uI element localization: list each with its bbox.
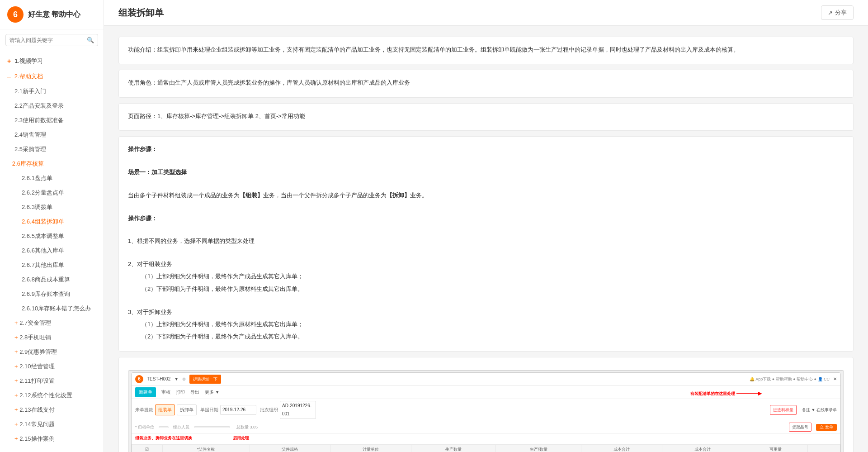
btn-confirm[interactable]: 立 发单 <box>816 424 837 431</box>
th-action <box>808 445 840 452</box>
menu-item-2[interactable]: 打印 <box>176 388 185 396</box>
app-nav1: ⚙ <box>182 376 186 383</box>
field-red-box[interactable]: 货架品号 <box>789 423 811 432</box>
sidebar-item-capital[interactable]: + 2.7资金管理 <box>0 316 104 330</box>
menu-item-3[interactable]: 导出 <box>190 388 199 396</box>
expand-icon: + <box>7 57 11 65</box>
annotation-1: 有装配清单的在这里处理 <box>690 390 764 397</box>
field-org[interactable] <box>159 426 169 428</box>
sidebar: 6 好生意 帮助中心 🔍 + 1.视频学习 – 2.帮助文档 <box>0 0 104 452</box>
form-label-type: 来单提款 <box>135 406 153 414</box>
intro-card-2: 使用角色：通常由生产人员或库管人员完成拆装业务的操作，库管人员确认原材料的出库和… <box>118 70 854 97</box>
intro-text-1: 功能介绍：组装拆卸单用来处理企业组装或拆卸等加工业务，支持有固定装配清单的产品加… <box>128 44 844 55</box>
type-btn-disassemble[interactable]: 拆卸单 <box>177 404 197 415</box>
sidebar-item-pay[interactable]: + 2.13在线支付 <box>0 403 104 417</box>
ops-title: 操作步骤： <box>128 144 844 154</box>
form-field-batch: 批次组织 AD-20191226-001 <box>260 401 316 419</box>
logo-icon: 6 <box>7 6 24 23</box>
sidebar-item-stock261[interactable]: 2.6.1盘点单 <box>0 171 104 186</box>
sidebar-header: 6 好生意 帮助中心 <box>0 0 104 29</box>
step3-sub2: （2）下部明细为子件明细，最终作为产成品生成其它入库单。 <box>128 331 844 342</box>
type-buttons: 组装单 拆卸单 <box>155 404 197 415</box>
app-new-btn[interactable]: 拆装拆卸一下 <box>189 375 221 384</box>
step2-sub2: （2）下部明细为子件明细，最终作为原材料生成其它出库单。 <box>128 284 844 294</box>
annotation-3: 启用处理 <box>233 434 249 442</box>
share-icon: ↗ <box>828 10 833 16</box>
sidebar-item-stock264[interactable]: 2.6.4组装拆卸单 <box>0 214 104 229</box>
app-toolbar: 来单提款 组装单 拆卸单 单据日期 2019-12-26 <box>132 399 840 421</box>
screenshot-card: 6 TEST-H002 ▼ ⚙ 拆装拆卸一下 🔔 App下载 ● 帮助帮助 ● … <box>118 357 854 452</box>
form-field-date: 单据日期 2019-12-26 <box>200 405 256 415</box>
collapse-icon: – <box>7 73 11 80</box>
breadcrumb-card: 页面路径：1、库存核算->库存管理->组装拆卸单 2、首页->常用功能 <box>118 103 854 131</box>
type-btn-assemble[interactable]: 组装单 <box>155 404 175 415</box>
form-input-batch[interactable]: AD-20191226-001 <box>280 401 316 419</box>
app-window: 6 TEST-H002 ▼ ⚙ 拆装拆卸一下 🔔 App下载 ● 帮助帮助 ● … <box>131 372 841 452</box>
menu-item-1[interactable]: 审核 <box>161 388 170 396</box>
toolbar-right-btns: 备注 ▼ 在线事录单 <box>802 406 837 414</box>
screenshot-container: 6 TEST-H002 ▼ ⚙ 拆装拆卸一下 🔔 App下载 ● 帮助帮助 ● … <box>128 370 844 452</box>
operations-card: 操作步骤： 场景一：加工类型选择 当由多个子件材料组装成一个成品的业务为【组装】… <box>118 136 854 352</box>
sidebar-item-mobile[interactable]: + 2.8手机旺铺 <box>0 330 104 345</box>
th-father-name: *父件名称 <box>162 445 250 452</box>
search-icon[interactable]: 🔍 <box>87 37 94 43</box>
label-count: 总数量 3.05 <box>236 423 258 431</box>
scene1-title: 场景一：加工类型选择 <box>128 167 844 177</box>
sidebar-item-inventory[interactable]: – 2.6库存核算 <box>0 157 104 171</box>
step1: 1、根据不同的业务，选择不同单据的类型来处理 <box>128 236 844 246</box>
sidebar-item-stock269[interactable]: 2.6.9库存账本查询 <box>0 287 104 301</box>
sidebar-item-cases[interactable]: + 2.15操作案例 <box>0 432 104 446</box>
th-father-spec: 父件规格 <box>250 445 330 452</box>
btn-with-annotation[interactable]: 进选料样量 <box>770 405 797 415</box>
page-title: 组装拆卸单 <box>118 7 164 19</box>
intro-card-1: 功能介绍：组装拆卸单用来处理企业组装或拆卸等加工业务，支持有固定装配清单的产品加… <box>118 37 854 64</box>
sidebar-item-prepare[interactable]: 2.3使用前数据准备 <box>0 113 104 128</box>
sidebar-item-print[interactable]: + 2.11打印设置 <box>0 374 104 388</box>
sidebar-item-system[interactable]: + 2.12系统个性化设置 <box>0 388 104 403</box>
app-dropdown-icon: ▼ <box>174 375 179 383</box>
sidebar-item-newbie[interactable]: 2.1新手入门 <box>0 84 104 99</box>
upper-table: ☑ *父件名称 父件规格 计量单位 生产数量 生产/数量 成本合计 成本合计 可 <box>132 444 840 452</box>
sidebar-item-video[interactable]: + 1.视频学习 <box>0 53 104 69</box>
step2-sub1: （1）上部明细为父件明细，最终作为产成品生成其它入库单； <box>128 271 844 281</box>
sidebar-item-faq[interactable]: + 2.14常见问题 <box>0 417 104 432</box>
breadcrumb-text: 页面路径：1、库存核算->库存管理->组装拆卸单 2、首页->常用功能 <box>128 111 844 121</box>
intro-text-2: 使用角色：通常由生产人员或库管人员完成拆装业务的操作，库管人员确认原材料的出库和… <box>128 77 844 88</box>
search-bar[interactable]: 🔍 <box>5 34 98 46</box>
sidebar-item-stock262[interactable]: 2.6.2分量盘点单 <box>0 186 104 200</box>
sidebar-item-manage[interactable]: + 2.10经营管理 <box>0 359 104 374</box>
nav-sub-docs: 2.1新手入门 2.2产品安装及登录 2.3使用前数据准备 2.4销售管理 2.… <box>0 84 104 446</box>
upper-table-container: ☑ *父件名称 父件规格 计量单位 生产数量 生产/数量 成本合计 成本合计 可 <box>132 442 840 452</box>
label-org: * 归档单位 <box>135 423 154 431</box>
sidebar-item-stock268[interactable]: 2.6.8商品成本重算 <box>0 272 104 287</box>
sidebar-item-stock265[interactable]: 2.6.5成本调整单 <box>0 229 104 243</box>
sidebar-item-purchase[interactable]: 2.5采购管理 <box>0 142 104 157</box>
sidebar-item-stock2610[interactable]: 2.6.10库存账本错了怎么办 <box>0 301 104 316</box>
sidebar-nav: + 1.视频学习 – 2.帮助文档 2.1新手入门 2.2产品安装及登录 2.3… <box>0 51 104 449</box>
sidebar-item-stock267[interactable]: 2.6.7其他出库单 <box>0 258 104 272</box>
search-input[interactable] <box>9 37 84 43</box>
form-input-date[interactable]: 2019-12-26 <box>220 405 256 415</box>
screenshot-inner: 6 TEST-H002 ▼ ⚙ 拆装拆卸一下 🔔 App下载 ● 帮助帮助 ● … <box>128 371 844 452</box>
content-area: 功能介绍：组装拆卸单用来处理企业组装或拆卸等加工业务，支持有固定装配清单的产品加… <box>104 26 868 452</box>
sidebar-item-docs[interactable]: – 2.帮助文档 <box>0 69 104 84</box>
sidebar-item-stock266[interactable]: 2.6.6其他入库单 <box>0 243 104 258</box>
sidebar-item-sales[interactable]: 2.4销售管理 <box>0 128 104 142</box>
form-label-date: 单据日期 <box>200 406 218 414</box>
menu-tab-active[interactable]: 新建单 <box>135 387 156 397</box>
step3: 3、对于拆卸业务 <box>128 307 844 317</box>
app-id: TEST-H002 <box>147 375 170 383</box>
th-prod-qty2: 生产/数量 <box>496 445 581 452</box>
annotation-2: 组装业务、拆卸业务在这里切换 <box>135 434 192 442</box>
main: 组装拆卸单 ↗ 分享 功能介绍：组装拆卸单用来处理企业组装或拆卸等加工业务，支持… <box>104 0 868 452</box>
step3-sub1: （1）上部明细为父件明细，最终作为原材料生成其它出库单； <box>128 319 844 329</box>
sidebar-item-install[interactable]: 2.2产品安装及登录 <box>0 99 104 113</box>
th-cost2: 成本合计 <box>662 445 743 452</box>
app-close-icon[interactable]: ✕ <box>833 375 837 383</box>
sidebar-item-coupon[interactable]: + 2.9优惠券管理 <box>0 345 104 359</box>
field-staff[interactable] <box>194 426 230 428</box>
share-button[interactable]: ↗ 分享 <box>821 5 854 20</box>
menu-item-4[interactable]: 更多 ▼ <box>205 388 220 396</box>
sidebar-item-stock263[interactable]: 2.6.3调拨单 <box>0 200 104 214</box>
nav-list: + 1.视频学习 – 2.帮助文档 2.1新手入门 2.2产品安装及登录 2.3… <box>0 51 104 449</box>
